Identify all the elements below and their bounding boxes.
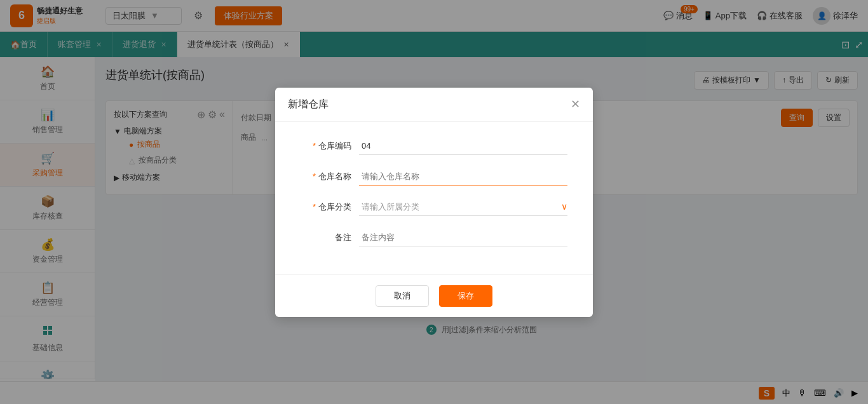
warehouse-name-row: 仓库名称 xyxy=(301,168,567,185)
modal-footer: 取消 保存 xyxy=(275,274,593,317)
warehouse-type-row: 仓库分类 请输入所属分类 ∨ xyxy=(301,198,567,216)
modal-close-btn[interactable]: ✕ xyxy=(571,98,580,110)
warehouse-type-select-wrap: 请输入所属分类 ∨ xyxy=(359,198,567,216)
warehouse-type-arrow[interactable]: ∨ xyxy=(561,201,567,212)
remark-row: 备注 xyxy=(301,229,567,246)
new-warehouse-modal: 新增仓库 ✕ 仓库编码 仓库名称 仓库分类 请输入所属分类 xyxy=(275,88,593,317)
warehouse-type-select[interactable]: 请输入所属分类 xyxy=(359,198,561,215)
remark-label: 备注 xyxy=(301,232,351,243)
warehouse-name-input[interactable] xyxy=(359,168,567,185)
modal-overlay: 新增仓库 ✕ 仓库编码 仓库名称 仓库分类 请输入所属分类 xyxy=(0,0,868,404)
warehouse-code-row: 仓库编码 xyxy=(301,137,567,155)
warehouse-type-label: 仓库分类 xyxy=(301,201,351,213)
remark-input[interactable] xyxy=(359,229,567,246)
modal-header: 新增仓库 ✕ xyxy=(275,88,593,122)
modal-title: 新增仓库 xyxy=(288,98,329,111)
modal-body: 仓库编码 仓库名称 仓库分类 请输入所属分类 ∨ 备注 xyxy=(275,122,593,274)
warehouse-name-label: 仓库名称 xyxy=(301,171,351,182)
cancel-button[interactable]: 取消 xyxy=(376,285,429,307)
warehouse-code-input[interactable] xyxy=(359,137,567,155)
warehouse-code-label: 仓库编码 xyxy=(301,140,351,152)
save-button[interactable]: 保存 xyxy=(439,285,492,307)
